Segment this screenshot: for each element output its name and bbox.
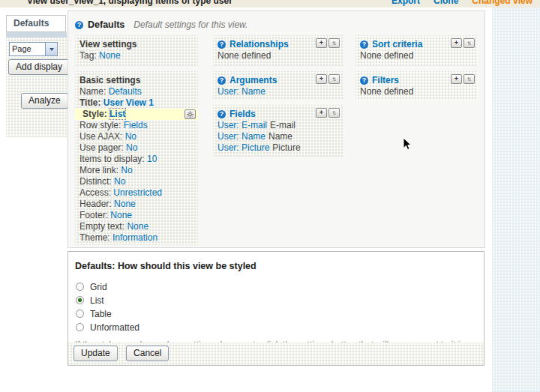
setting-label: Tag:	[80, 50, 97, 61]
row-style-value-link[interactable]: Fields	[124, 120, 148, 130]
add-display-button[interactable]: Add display	[8, 59, 70, 75]
field-link[interactable]: User: Name	[218, 131, 266, 142]
section-ops: + ↑↓	[451, 38, 475, 48]
setting-label: Name:	[80, 86, 106, 97]
header-value-link[interactable]: None	[114, 199, 136, 209]
use-ajax-value-link[interactable]: No	[125, 131, 136, 142]
radio-label: Table	[90, 309, 112, 319]
tag-value-link[interactable]: None	[99, 50, 121, 61]
display-type-select[interactable]: Page	[9, 42, 58, 56]
setting-label: Items to display:	[80, 154, 145, 164]
add-icon[interactable]: +	[316, 108, 327, 118]
style-setting-row: Style: List	[75, 109, 198, 120]
field-suffix: Name	[268, 131, 292, 142]
sort-criteria-title-link[interactable]: Sort criteria	[372, 38, 422, 50]
theme-value-link[interactable]: Information	[112, 232, 158, 243]
cancel-button[interactable]: Cancel	[126, 346, 169, 361]
help-icon[interactable]: ?	[218, 76, 226, 85]
row-style-setting-row: Row style: Fields	[80, 120, 194, 131]
rearrange-icon[interactable]: ↑↓	[328, 38, 340, 48]
style-option-table[interactable]: Table	[76, 307, 484, 320]
radio-label: Grid	[90, 282, 107, 292]
rearrange-icon[interactable]: ↑↓	[464, 38, 475, 48]
field-link[interactable]: User: E-mail	[218, 120, 267, 130]
view-title: View user_view_1, displaying items of ty…	[27, 0, 232, 6]
form-button-bar: Update Cancel	[68, 343, 484, 365]
clone-link[interactable]: Clone	[434, 0, 458, 6]
radio-label: Unformatted	[90, 322, 140, 333]
section-ops: + ↑↓	[316, 38, 340, 48]
add-icon[interactable]: +	[316, 38, 327, 48]
help-icon[interactable]: ?	[360, 40, 368, 49]
setting-label: Distinct:	[80, 176, 112, 187]
field-item: User: E-mailE-mail	[218, 120, 338, 131]
export-link[interactable]: Export	[392, 0, 420, 6]
argument-link[interactable]: User: Name	[218, 86, 266, 97]
panel-header: ? Defaults Default settings for this vie…	[75, 19, 248, 30]
tab-defaults[interactable]: Defaults	[6, 15, 66, 32]
help-icon[interactable]: ?	[75, 21, 83, 29]
add-icon[interactable]: +	[451, 38, 462, 48]
section-ops: + ↑↓	[316, 108, 340, 118]
items-to-display-value-link[interactable]: 10	[147, 154, 157, 164]
radio-icon[interactable]	[76, 283, 84, 291]
help-icon[interactable]: ?	[218, 110, 226, 118]
footer-setting-row: Footer: None	[80, 210, 194, 221]
relationships-title-link[interactable]: Relationships	[230, 38, 289, 50]
access-value-link[interactable]: Unrestricted	[113, 187, 162, 198]
style-settings-gear-button[interactable]	[184, 109, 196, 119]
panel-subtitle: Default settings for this view.	[134, 19, 248, 30]
changed-view-link[interactable]: Changed view	[472, 0, 532, 6]
name-value-link[interactable]: Defaults	[109, 86, 142, 97]
add-icon[interactable]: +	[316, 74, 327, 84]
analyze-button[interactable]: Analyze	[21, 93, 68, 109]
title-setting-row: Title: User View 1	[80, 97, 194, 109]
access-setting-row: Access: Unrestricted	[80, 187, 194, 199]
rearrange-icon[interactable]: ↑↓	[328, 74, 340, 84]
setting-label: Header:	[80, 199, 112, 209]
radio-icon[interactable]	[76, 296, 84, 304]
setting-label: Empty text:	[80, 221, 124, 232]
empty-text-value-link[interactable]: None	[127, 221, 148, 232]
style-option-unformatted[interactable]: Unformatted	[76, 321, 484, 334]
radio-icon[interactable]	[76, 323, 84, 331]
radio-label: List	[90, 295, 104, 306]
filters-empty: None defined	[360, 86, 473, 97]
title-value-link[interactable]: User View 1	[104, 97, 154, 108]
field-suffix: Picture	[272, 142, 300, 153]
style-value-link[interactable]: List	[110, 109, 125, 119]
style-option-list[interactable]: List	[76, 294, 484, 307]
footer-value-link[interactable]: None	[110, 210, 132, 220]
setting-label: Title:	[80, 97, 100, 108]
radio-icon[interactable]	[76, 310, 84, 318]
help-icon[interactable]: ?	[218, 40, 226, 49]
relationships-section: + ↑↓ ? Relationships None defined	[213, 35, 343, 66]
top-bar: View user_view_1, displaying items of ty…	[0, 0, 540, 7]
form-heading: Defaults: How should this view be styled	[75, 261, 484, 271]
view-settings-section: View settings Tag: None	[75, 35, 198, 66]
arguments-title-link[interactable]: Arguments	[230, 74, 277, 86]
basic-settings-title: Basic settings	[80, 74, 194, 86]
sort-criteria-empty: None defined	[360, 50, 473, 61]
distinct-setting-row: Distinct: No	[80, 176, 194, 187]
panel-title: Defaults	[88, 19, 124, 30]
section-ops: + ↑↓	[451, 74, 475, 84]
use-pager-setting-row: Use pager: No	[80, 142, 194, 154]
add-icon[interactable]: +	[451, 74, 462, 84]
tag-setting-row: Tag: None	[80, 50, 194, 61]
field-link[interactable]: User: Picture	[218, 142, 269, 153]
tab-underline	[6, 32, 67, 37]
update-button[interactable]: Update	[74, 346, 118, 361]
style-option-grid[interactable]: Grid	[76, 280, 484, 293]
help-icon[interactable]: ?	[360, 76, 368, 85]
filters-title-link[interactable]: Filters	[372, 74, 399, 86]
distinct-value-link[interactable]: No	[114, 176, 125, 187]
more-link-value-link[interactable]: No	[121, 165, 132, 175]
use-pager-value-link[interactable]: No	[126, 142, 137, 153]
rearrange-icon[interactable]: ↑↓	[328, 108, 340, 118]
rearrange-icon[interactable]: ↑↓	[464, 74, 475, 84]
dropdown-arrow-icon	[45, 43, 57, 55]
more-link-setting-row: More link: No	[80, 165, 194, 176]
items-to-display-setting-row: Items to display: 10	[80, 154, 194, 165]
fields-title-link[interactable]: Fields	[230, 108, 256, 120]
